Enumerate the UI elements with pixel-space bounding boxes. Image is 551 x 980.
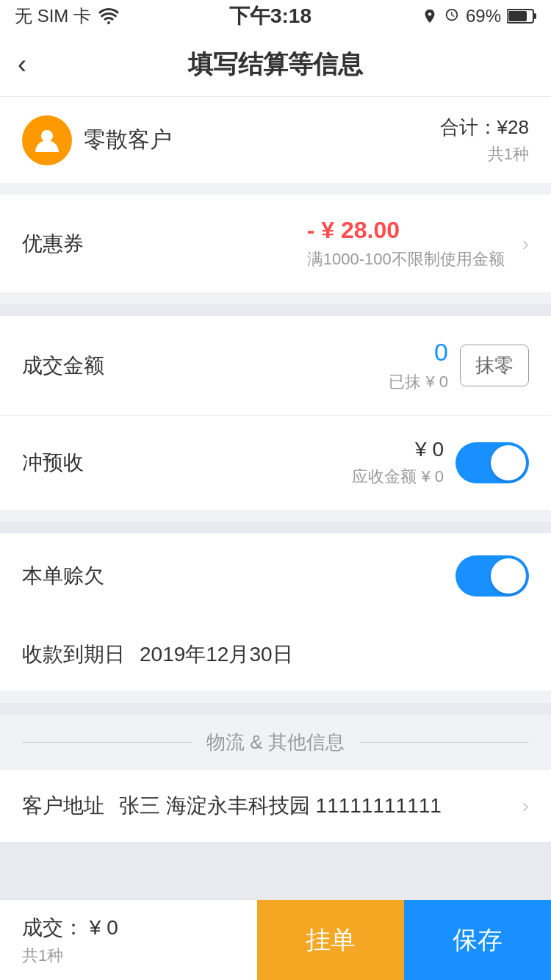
logistics-line-right bbox=[359, 742, 529, 743]
debit-toggle[interactable] bbox=[455, 555, 529, 597]
customer-total: 合计：¥28 共1种 bbox=[440, 115, 529, 165]
main-content: 零散客户 合计：¥28 共1种 优惠券 - ¥ 28.00 满1000-100不… bbox=[0, 97, 551, 980]
bottom-count: 共1种 bbox=[22, 945, 235, 967]
round-zero-button[interactable]: 抹零 bbox=[460, 345, 529, 386]
prepayment-label: 冲预收 bbox=[22, 449, 84, 477]
user-icon bbox=[32, 126, 62, 155]
battery-icon bbox=[507, 8, 536, 24]
no-sim-label: 无 SIM 卡 bbox=[15, 4, 91, 28]
pending-button[interactable]: 挂单 bbox=[257, 900, 404, 981]
due-date-value[interactable]: 2019年12月30日 bbox=[140, 641, 293, 669]
prepayment-sub: 应收金额 ¥ 0 bbox=[352, 466, 444, 488]
page-title: 填写结算等信息 bbox=[188, 48, 363, 82]
status-left: 无 SIM 卡 bbox=[15, 4, 119, 28]
due-date-row: 收款到期日 2019年12月30日 bbox=[0, 619, 551, 691]
customer-avatar bbox=[22, 115, 72, 165]
coupon-value-block: - ¥ 28.00 满1000-100不限制使用金额 bbox=[307, 217, 505, 270]
prepayment-row: 冲预收 ¥ 0 应收金额 ¥ 0 bbox=[0, 416, 551, 510]
prepayment-right: ¥ 0 应收金额 ¥ 0 bbox=[352, 438, 529, 488]
address-value: 张三 海淀永丰科技园 11111111111 bbox=[119, 792, 516, 820]
logistics-header: 物流 & 其他信息 bbox=[0, 715, 551, 770]
deal-amount-sub: 已抹 ¥ 0 bbox=[389, 371, 448, 393]
bottom-info: 成交： ¥ 0 共1种 bbox=[0, 914, 257, 967]
status-time: 下午3:18 bbox=[229, 2, 311, 30]
prepayment-toggle[interactable] bbox=[455, 442, 529, 483]
status-right: 69% bbox=[422, 6, 536, 26]
total-count: 共1种 bbox=[440, 143, 529, 165]
svg-rect-2 bbox=[508, 11, 527, 21]
status-bar: 无 SIM 卡 下午3:18 69% bbox=[0, 0, 551, 32]
customer-row: 零散客户 合计：¥28 共1种 bbox=[0, 97, 551, 183]
deal-section: 成交金额 0 已抹 ¥ 0 抹零 冲预收 ¥ 0 应收金额 ¥ 0 bbox=[0, 316, 551, 510]
divider-1 bbox=[0, 304, 551, 316]
battery-label: 69% bbox=[466, 6, 501, 26]
coupon-section: 优惠券 - ¥ 28.00 满1000-100不限制使用金额 › bbox=[0, 195, 551, 292]
deal-amount-row: 成交金额 0 已抹 ¥ 0 抹零 bbox=[0, 316, 551, 416]
prepayment-value-block: ¥ 0 应收金额 ¥ 0 bbox=[352, 438, 444, 488]
back-button[interactable]: ‹ bbox=[18, 49, 26, 80]
address-chevron-icon: › bbox=[522, 794, 529, 818]
deal-amount-value: 0 bbox=[434, 338, 448, 366]
debit-section: 本单赊欠 收款到期日 2019年12月30日 bbox=[0, 533, 551, 691]
coupon-sub: 满1000-100不限制使用金额 bbox=[307, 248, 505, 270]
coupon-chevron-icon: › bbox=[522, 232, 529, 256]
logistics-line-left bbox=[22, 742, 192, 743]
customer-name: 零散客户 bbox=[84, 125, 172, 155]
bottom-bar: 成交： ¥ 0 共1种 挂单 保存 bbox=[0, 899, 551, 980]
bottom-deal-row: 成交： ¥ 0 bbox=[22, 914, 235, 942]
divider-3 bbox=[0, 703, 551, 715]
debit-row: 本单赊欠 bbox=[0, 533, 551, 619]
save-button[interactable]: 保存 bbox=[404, 900, 551, 981]
prepayment-toggle-knob bbox=[491, 445, 526, 480]
bottom-deal-label: 成交： bbox=[22, 916, 84, 939]
svg-rect-1 bbox=[533, 13, 536, 19]
deal-amount-right: 0 已抹 ¥ 0 抹零 bbox=[389, 338, 529, 393]
location-icon bbox=[422, 8, 438, 24]
debit-toggle-knob bbox=[491, 558, 526, 594]
prepayment-value: ¥ 0 bbox=[352, 438, 444, 461]
address-row[interactable]: 客户地址 张三 海淀永丰科技园 11111111111 › bbox=[0, 770, 551, 842]
address-label: 客户地址 bbox=[22, 792, 104, 820]
coupon-discount: - ¥ 28.00 bbox=[307, 217, 505, 244]
debit-label: 本单赊欠 bbox=[22, 562, 104, 590]
svg-point-3 bbox=[41, 130, 53, 142]
divider-2 bbox=[0, 522, 551, 533]
deal-value-block: 0 已抹 ¥ 0 bbox=[389, 338, 448, 393]
customer-left: 零散客户 bbox=[22, 115, 172, 165]
total-label: 合计：¥28 bbox=[440, 115, 529, 140]
logistics-title: 物流 & 其他信息 bbox=[206, 729, 345, 755]
bottom-deal-amount: ¥ 0 bbox=[90, 916, 118, 939]
due-date-label: 收款到期日 bbox=[22, 641, 125, 669]
coupon-row[interactable]: 优惠券 - ¥ 28.00 满1000-100不限制使用金额 › bbox=[0, 195, 551, 292]
wifi-icon bbox=[98, 8, 119, 24]
deal-amount-label: 成交金额 bbox=[22, 352, 104, 380]
alarm-icon bbox=[444, 8, 460, 24]
coupon-right: - ¥ 28.00 满1000-100不限制使用金额 › bbox=[307, 217, 529, 270]
coupon-label: 优惠券 bbox=[22, 230, 84, 258]
nav-bar: ‹ 填写结算等信息 bbox=[0, 32, 551, 97]
